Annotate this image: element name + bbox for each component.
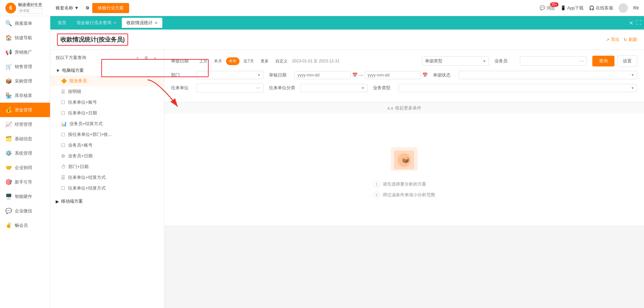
- tree-item-6[interactable]: ☐ 业务员+账号: [50, 140, 164, 151]
- sidebar-item-smarthw[interactable]: 🖥️ 智能硬件: [0, 189, 50, 204]
- right-content: 单据日期 上月 本月 本年 近7天 更多 自定义 20: [164, 50, 644, 308]
- empty-steps: 1 请先选择要分析的方案 2 用过滤条件来缩小分析范围: [373, 181, 435, 198]
- counterparty-more[interactable]: ···: [256, 85, 261, 91]
- date-tab-last-month[interactable]: 上月: [197, 57, 210, 65]
- tree-caret-down: ▼: [56, 68, 60, 73]
- review-date-end[interactable]: [365, 71, 421, 79]
- voucher-type-select[interactable]: 单据类型 ▼: [422, 56, 489, 66]
- voucher-status-select[interactable]: ▼: [459, 71, 637, 79]
- panel-collapse-btn[interactable]: «: [151, 54, 159, 61]
- main-body: 按以下方案查询 + ⚙ « ▼ 电脑端方案 🔶: [50, 50, 644, 308]
- sidebar-item-enterprise[interactable]: 🤝 企业协同: [0, 160, 50, 175]
- add-scheme-btn[interactable]: +: [134, 54, 141, 61]
- tab-expand-btn[interactable]: ⛶: [636, 20, 641, 26]
- top-header: 6 畅捷通好生意 标准版 账套名称 ▼ ⚙ 体验行业方案 💬 消息 99+ 📱 …: [0, 0, 644, 16]
- export-btn[interactable]: ↗ 导出: [606, 37, 620, 43]
- tree-item-4[interactable]: 📊 业务员+结算方式: [50, 118, 164, 129]
- sidebar-item-enterprisewx[interactable]: 💬 企业微信: [0, 204, 50, 218]
- tree-item-1[interactable]: ☰ 按明细: [50, 86, 164, 97]
- date-tab-this-year[interactable]: 本年: [226, 57, 239, 65]
- page-header-actions: ↗ 导出 ↻ 刷新: [606, 37, 637, 43]
- review-date-group: 📅 — 📅: [294, 71, 428, 79]
- tab-cashflow[interactable]: 现金银行流水查询 ✕: [72, 18, 121, 28]
- salesperson-more[interactable]: ···: [580, 58, 584, 64]
- tree-item-5[interactable]: ☐ 按往来单位+部门+收...: [50, 129, 164, 140]
- basicinfo-icon: 🗂️: [5, 136, 12, 142]
- sidebar-item-newbie[interactable]: 🎯 新手引导: [0, 175, 50, 189]
- sidebar-item-member[interactable]: ✌️ 畅会员: [0, 218, 50, 233]
- purchase-icon: 📦: [5, 78, 12, 84]
- scheme-settings-btn[interactable]: ⚙: [143, 54, 150, 61]
- app-download-btn[interactable]: 📱 App下载: [560, 5, 584, 11]
- user-avatar[interactable]: [619, 3, 628, 13]
- date-tabs: 上月 本月 本年 近7天 更多 自定义: [197, 57, 290, 65]
- date-tab-this-month[interactable]: 本月: [211, 57, 225, 65]
- tree-item-8[interactable]: ⏱ 部门+日期: [50, 161, 164, 172]
- sidebar-item-inventory[interactable]: 🏪 库存核算: [0, 88, 50, 103]
- calendar-icon-start[interactable]: 📅: [352, 72, 358, 78]
- biz-type-caret: ▼: [631, 86, 634, 90]
- date-tab-custom[interactable]: 自定义: [273, 57, 290, 65]
- voucher-status-caret: ▼: [631, 73, 634, 77]
- tab-collection[interactable]: 收款情况统计 ✕: [122, 18, 162, 28]
- collapse-icon: ∧∧: [387, 106, 394, 111]
- tree-item-7[interactable]: ⚙ 业务员+日期: [50, 151, 164, 161]
- tree-item-9[interactable]: ☰ 往来单位+结算方式: [50, 172, 164, 183]
- date-label: 单据日期: [171, 58, 191, 64]
- sidebar-item-quicknav[interactable]: 🏠 快捷导航: [0, 31, 50, 45]
- item-icon-9: ☰: [61, 175, 65, 180]
- tab-home[interactable]: 首页: [53, 18, 71, 28]
- logo-icon: 6: [5, 3, 16, 13]
- sidebar-item-sales[interactable]: 🛒 销售管理: [0, 59, 50, 74]
- sidebar-item-search[interactable]: 🔍 搜索菜单: [0, 16, 50, 31]
- sidebar-item-basicinfo[interactable]: 🗂️ 基础信息: [0, 132, 50, 146]
- sidebar-item-marketing[interactable]: 📢 营销推广: [0, 45, 50, 59]
- tree-item-0[interactable]: 🔶 按业务员: [50, 75, 164, 86]
- collapse-bar[interactable]: ∧∧ 收起更多条件: [164, 102, 644, 114]
- tab-collection-close[interactable]: ✕: [155, 21, 158, 25]
- tree-item-10[interactable]: ☐ 往来单位+结算方式: [50, 183, 164, 194]
- operations-icon: 📈: [5, 121, 12, 127]
- message-btn[interactable]: 💬 消息 99+: [540, 5, 555, 11]
- tab-close-all-btn[interactable]: ✕: [629, 20, 633, 26]
- salesperson-select[interactable]: ···: [520, 56, 587, 66]
- refresh-btn[interactable]: ↻ 刷新: [624, 37, 637, 43]
- sidebar-item-capital[interactable]: 💰 资金管理: [0, 103, 50, 117]
- review-date-start[interactable]: [294, 71, 351, 79]
- online-service-btn[interactable]: 🎧 在线客服: [589, 5, 613, 11]
- dept-select[interactable]: ▼: [197, 71, 264, 79]
- query-button[interactable]: 查询: [592, 56, 614, 66]
- tree-item-2[interactable]: ☐ 往来单位+账号: [50, 97, 164, 108]
- message-icon: 💬: [540, 5, 545, 10]
- enterprise-icon: 🤝: [5, 164, 12, 171]
- tree-root-mobile[interactable]: ▶ 移动端方案: [50, 196, 164, 206]
- empty-state: 📦 1 请先选择要分析的方案 2 用过滤条件来缩小分析范围: [164, 114, 644, 225]
- tree-root-desktop[interactable]: ▼ 电脑端方案: [50, 65, 164, 75]
- calendar-icon-end[interactable]: 📅: [422, 72, 428, 78]
- tree-section-mobile: ▶ 移动端方案: [50, 195, 164, 208]
- member-icon: ✌️: [5, 222, 12, 228]
- tab-cashflow-close[interactable]: ✕: [113, 21, 116, 25]
- item-icon-8: ⏱: [61, 164, 66, 169]
- sidebar-item-system[interactable]: ⚙️ 系统管理: [0, 146, 50, 160]
- filter-settings-button[interactable]: 设置: [617, 55, 637, 67]
- settings-gear[interactable]: ⚙: [86, 5, 90, 10]
- filter-row-3: 往来单位 ··· 往来单位分类 ▼ 业务类型: [171, 83, 637, 93]
- header-nav: 账套名称 ▼ ⚙ 体验行业方案: [56, 3, 540, 13]
- trial-button[interactable]: 体验行业方案: [92, 3, 129, 13]
- date-tab-more[interactable]: 更多: [258, 57, 271, 65]
- counterparty-type-select[interactable]: ▼: [301, 84, 368, 92]
- tree-item-3[interactable]: ☐ 往来单位+日期: [50, 108, 164, 118]
- tab-bar-actions: ✕ ⛶: [629, 20, 641, 26]
- tree-caret-right: ▶: [56, 199, 59, 204]
- tree-section-desktop: ▼ 电脑端方案 🔶 按业务员 ☰ 按明细 ☐: [50, 64, 164, 195]
- counterparty-select[interactable]: ···: [197, 83, 264, 93]
- sidebar-item-purchase[interactable]: 📦 采购管理: [0, 74, 50, 88]
- biz-type-select[interactable]: ▼: [398, 84, 637, 92]
- item-icon-10: ☐: [61, 186, 65, 191]
- sidebar-item-operations[interactable]: 📈 经营管理: [0, 117, 50, 132]
- biz-type-label: 业务类型: [373, 85, 393, 91]
- date-tab-7days[interactable]: 近7天: [241, 57, 257, 65]
- panel-title: 按以下方案查询: [56, 55, 86, 61]
- item-icon-6: ☐: [61, 143, 65, 148]
